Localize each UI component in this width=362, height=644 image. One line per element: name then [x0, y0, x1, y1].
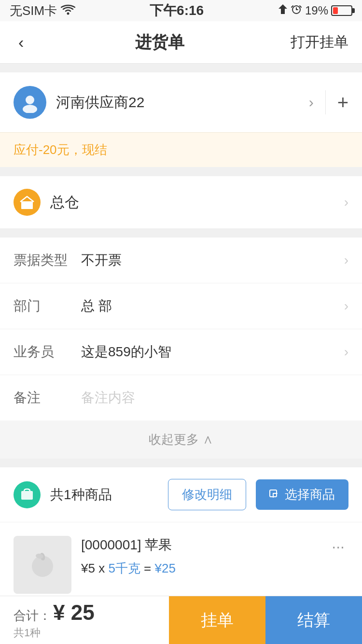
status-time: 下午6:16 — [150, 1, 204, 20]
section-gap-1 — [0, 64, 362, 72]
open-hang-button[interactable]: 打开挂单 — [291, 32, 348, 52]
sales-value: 这是859的小智 — [71, 343, 344, 361]
warehouse-row[interactable]: 总仓 › — [0, 176, 362, 228]
footer-total: 合计： ¥ 25 共1种 — [0, 601, 169, 640]
battery-icon — [331, 5, 352, 16]
svg-point-0 — [67, 12, 70, 14]
remark-row[interactable]: 备注 备注内容 — [0, 375, 362, 420]
department-label: 部门 — [14, 297, 71, 315]
product-qty: 5千克 — [108, 561, 140, 575]
sales-chevron-icon: › — [344, 344, 348, 360]
product-code: [0000001] — [81, 537, 141, 552]
main-content: 河南供应商22 › + 应付-20元，现结 总仓 › 票据类型 — [0, 64, 362, 644]
product-item: [0000001] 苹果 ¥5 x 5千克 = ¥25 ··· — [0, 522, 362, 607]
collapse-label: 收起更多 ∧ — [149, 432, 213, 447]
total-count: 共1种 — [14, 626, 155, 640]
product-info: [0000001] 苹果 ¥5 x 5千克 = ¥25 — [81, 536, 318, 577]
section-gap-4 — [0, 459, 362, 467]
supplier-section: 河南供应商22 › + 应付-20元，现结 — [0, 72, 362, 167]
price-value: ¥5 — [81, 561, 95, 575]
products-section: 共1种商品 修改明细 选择商品 [0000001] — [0, 467, 362, 607]
department-row[interactable]: 部门 总 部 › — [0, 283, 362, 329]
invoice-chevron-icon: › — [344, 252, 348, 268]
wifi-icon — [61, 3, 75, 18]
warehouse-chevron-icon: › — [344, 195, 348, 210]
svg-point-2 — [26, 96, 34, 104]
warehouse-icon — [14, 189, 41, 216]
sales-label: 业务员 — [14, 343, 71, 361]
product-price: ¥5 x 5千克 = ¥25 — [81, 560, 318, 577]
status-bar: 无SIM卡 下午6:16 19% — [0, 0, 362, 21]
warehouse-name: 总仓 — [50, 193, 344, 212]
supplier-name: 河南供应商22 — [56, 93, 309, 112]
edit-detail-button[interactable]: 修改明细 — [168, 479, 246, 510]
nav-bar: ‹ 进货单 打开挂单 — [0, 21, 362, 64]
page-title: 进货单 — [135, 31, 184, 54]
section-gap-3 — [0, 228, 362, 237]
checkout-label: 结算 — [297, 609, 330, 631]
select-product-label: 选择商品 — [285, 486, 335, 503]
warehouse-section: 总仓 › — [0, 176, 362, 228]
form-section: 票据类型 不开票 › 部门 总 部 › 业务员 这是859的小智 › 备注 备注… — [0, 237, 362, 420]
sales-row[interactable]: 业务员 这是859的小智 › — [0, 329, 362, 375]
product-total: ¥25 — [155, 561, 176, 575]
carrier-text: 无SIM卡 — [10, 2, 57, 19]
select-product-button[interactable]: 选择商品 — [256, 479, 348, 510]
hang-label: 挂单 — [201, 609, 234, 631]
products-header: 共1种商品 修改明细 选择商品 — [0, 467, 362, 522]
invoice-row[interactable]: 票据类型 不开票 › — [0, 237, 362, 283]
location-icon — [278, 4, 288, 17]
notice-text: 应付-20元，现结 — [14, 142, 107, 157]
invoice-value: 不开票 — [71, 251, 344, 269]
add-supplier-button[interactable]: + — [337, 92, 348, 113]
checkout-button[interactable]: 结算 — [265, 596, 362, 644]
products-icon — [14, 481, 41, 508]
svg-rect-5 — [21, 491, 33, 500]
back-button[interactable]: ‹ — [14, 28, 28, 56]
remark-label: 备注 — [14, 389, 71, 407]
product-name: [0000001] 苹果 — [81, 536, 318, 554]
supplier-divider — [325, 90, 326, 114]
remark-placeholder: 备注内容 — [71, 389, 348, 407]
invoice-label: 票据类型 — [14, 251, 71, 269]
total-label: 合计： — [14, 607, 51, 624]
products-count: 共1种商品 — [50, 486, 158, 504]
price-eq: = — [144, 561, 154, 575]
supplier-avatar — [14, 86, 46, 119]
svg-point-3 — [23, 105, 37, 113]
footer-bar: 合计： ¥ 25 共1种 挂单 结算 — [0, 596, 362, 644]
department-value: 总 部 — [71, 297, 344, 315]
section-gap-2 — [0, 167, 362, 176]
hang-button[interactable]: 挂单 — [169, 596, 265, 644]
status-left: 无SIM卡 — [10, 2, 75, 19]
supplier-chevron-icon: › — [309, 94, 314, 111]
collapse-bar[interactable]: 收起更多 ∧ — [0, 420, 362, 459]
product-menu-button[interactable]: ··· — [328, 536, 348, 558]
battery-percentage: 19% — [305, 4, 328, 17]
notice-bar: 应付-20元，现结 — [0, 132, 362, 167]
total-amount: ¥ 25 — [53, 601, 95, 625]
product-title: 苹果 — [145, 537, 172, 552]
status-right: 19% — [278, 3, 352, 18]
alarm-icon — [291, 3, 302, 18]
supplier-row[interactable]: 河南供应商22 › + — [0, 72, 362, 132]
product-thumbnail — [14, 536, 71, 594]
department-chevron-icon: › — [344, 298, 348, 314]
price-x: x — [98, 561, 108, 575]
svg-rect-4 — [21, 201, 33, 209]
